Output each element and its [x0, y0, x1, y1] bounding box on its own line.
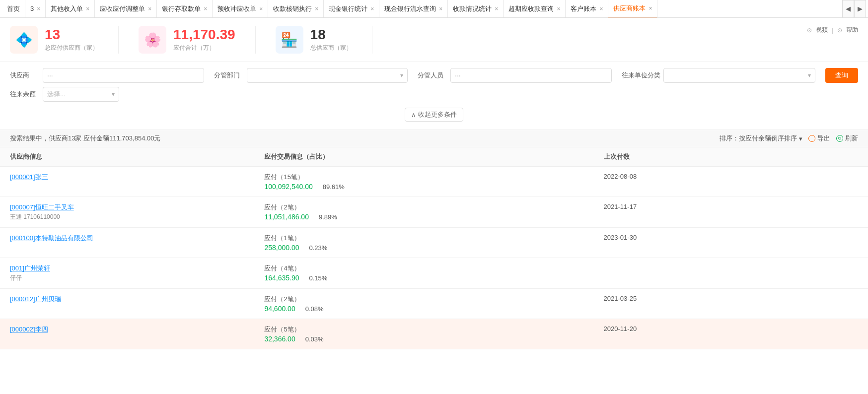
- supplier-link-5[interactable]: [000002]李四: [10, 325, 264, 334]
- nav-tab-home[interactable]: 首页: [2, 0, 25, 18]
- query-button[interactable]: 查询: [825, 68, 858, 83]
- tab-close-advance[interactable]: ×: [259, 5, 263, 12]
- main-content: 💠 13 总应付供应商（家） 🌸 11,170.39 应付合计（万） 🏪 18 …: [0, 18, 868, 394]
- trans-label-4: 应付（2笔）: [264, 295, 603, 304]
- trans-row-0: 100,092,540.00 89.61%: [264, 182, 603, 191]
- nav-tab-recstat[interactable]: 收款情况统计×: [448, 0, 504, 18]
- table-row[interactable]: [001]广州荣轩 仔仔 应付（4笔） 164,635.90 0.15%: [0, 258, 868, 289]
- stat-text-suppliers: 18 总供应商（家）: [310, 28, 352, 52]
- nav-tab-custbook[interactable]: 客户账本×: [566, 0, 608, 18]
- tab-close-supplierbook[interactable]: ×: [649, 5, 652, 12]
- trans-amount-0: 100,092,540.00: [264, 183, 312, 191]
- balance-select[interactable]: 选择... ▾: [43, 87, 119, 102]
- collapse-button[interactable]: ∧ 收起更多条件: [405, 108, 463, 122]
- supplier-info-3: [001]广州荣轩 仔仔: [10, 264, 264, 282]
- supplier-dots: ···: [47, 71, 53, 79]
- refresh-button[interactable]: ↻ 刷新: [836, 134, 858, 143]
- trans-amount-3: 164,635.90: [264, 274, 299, 282]
- trans-amount-5: 32,366.00: [264, 335, 295, 343]
- table-row[interactable]: [000100]本特勒油品有限公司 应付（1笔） 258,000.00 0.23…: [0, 228, 868, 258]
- supplier-info-5: [000002]李四: [10, 325, 264, 334]
- table-row[interactable]: [000001]张三 应付（15笔） 100,092,540.00 89.61%…: [0, 167, 868, 197]
- stats-bar: 💠 13 总应付供应商（家） 🌸 11,170.39 应付合计（万） 🏪 18 …: [0, 18, 868, 62]
- dept-label: 分管部门: [214, 71, 244, 80]
- lastpay-date-1: 2021-11-17: [604, 203, 637, 210]
- supplier-link-1[interactable]: [000007]恒旺二手叉车: [10, 203, 264, 212]
- nav-tab-adjust[interactable]: 应收应付调整单×: [95, 0, 157, 18]
- supplier-icon: 🏪: [276, 26, 303, 54]
- tab-close-tab3[interactable]: ×: [37, 5, 40, 12]
- stat-text-payable: 13 总应付供应商（家）: [45, 28, 98, 52]
- trans-pct-1: 9.89%: [319, 213, 337, 221]
- nav-tab-advance[interactable]: 预收冲应收单×: [213, 0, 268, 18]
- transaction-info-5: 应付（5笔） 32,366.00 0.03%: [264, 325, 603, 343]
- lastpay-date-0: 2022-08-08: [604, 173, 637, 180]
- trans-pct-4: 0.08%: [305, 305, 324, 313]
- filter-row-1: 供应商 ··· 分管部门 ▾ 分管人员 ··· 往来单位分类: [10, 68, 858, 83]
- category-chevron: ▾: [808, 72, 811, 79]
- supplier-label: 总供应商（家）: [310, 44, 352, 52]
- trans-row-3: 164,635.90 0.15%: [264, 273, 603, 282]
- person-select[interactable]: ···: [450, 68, 612, 83]
- transaction-info-0: 应付（15笔） 100,092,540.00 89.61%: [264, 173, 603, 191]
- table-row[interactable]: [000012]广州贝瑞 应付（2笔） 94,600.00 0.08% 2021…: [0, 289, 868, 319]
- category-select[interactable]: ▾: [663, 68, 816, 83]
- person-filter: 分管人员 ···: [418, 68, 612, 83]
- trans-pct-2: 0.23%: [309, 244, 327, 252]
- trans-pct-0: 89.61%: [323, 183, 345, 191]
- supplier-sub-3: 仔仔: [10, 274, 264, 282]
- tab-close-overdue[interactable]: ×: [557, 5, 560, 12]
- video-link[interactable]: 视频: [816, 26, 828, 34]
- transaction-info-2: 应付（1笔） 258,000.00 0.23%: [264, 234, 603, 252]
- supplier-link-3[interactable]: [001]广州荣轩: [10, 264, 264, 273]
- nav-tab-tab3[interactable]: 3×: [25, 0, 46, 18]
- tab-close-adjust[interactable]: ×: [148, 5, 151, 12]
- tab-close-income[interactable]: ×: [86, 5, 89, 12]
- help-link[interactable]: 帮助: [846, 26, 858, 34]
- top-navigation: 首页3×其他收入单×应收应付调整单×银行存取款单×预收冲应收单×收款核销执行×现…: [0, 0, 868, 18]
- trans-row-4: 94,600.00 0.08%: [264, 304, 603, 313]
- nav-tab-bank[interactable]: 银行存取款单×: [157, 0, 213, 18]
- nav-tab-cashflow[interactable]: 现金银行流水查询×: [379, 0, 448, 18]
- nav-tab-overdue[interactable]: 超期应收款查询×: [504, 0, 566, 18]
- table-row[interactable]: [000002]李四 应付（5笔） 32,366.00 0.03% 2020-1…: [0, 319, 868, 349]
- lastpay-0: 2022-08-08: [604, 173, 858, 180]
- nav-prev-arrow[interactable]: ◀: [842, 0, 854, 18]
- header-lastpay: 上次付数: [604, 152, 858, 161]
- nav-tab-verify[interactable]: 收款核销执行×: [268, 0, 324, 18]
- transaction-info-4: 应付（2笔） 94,600.00 0.08%: [264, 295, 603, 313]
- supplier-count: 18: [310, 28, 352, 42]
- tab-close-cashflow[interactable]: ×: [439, 5, 442, 12]
- export-button[interactable]: 导出: [808, 134, 830, 143]
- sort-selector[interactable]: 排序：按应付余额倒序排序 ▾: [720, 134, 802, 143]
- supplier-select[interactable]: ···: [43, 68, 204, 83]
- refresh-icon: ↻: [836, 135, 843, 142]
- tab-close-verify[interactable]: ×: [315, 5, 318, 12]
- payable-total-icon: 🌸: [139, 26, 166, 54]
- result-actions: 排序：按应付余额倒序排序 ▾ 导出 ↻ 刷新: [720, 134, 858, 143]
- tab-close-cashstat[interactable]: ×: [370, 5, 374, 12]
- nav-tab-income[interactable]: 其他收入单×: [46, 0, 95, 18]
- tab-close-custbook[interactable]: ×: [599, 5, 603, 12]
- balance-filter: 往来余额 选择... ▾: [10, 87, 119, 102]
- dept-select[interactable]: ▾: [247, 68, 408, 83]
- tab-close-bank[interactable]: ×: [204, 5, 207, 12]
- supplier-link-4[interactable]: [000012]广州贝瑞: [10, 295, 264, 304]
- trans-label-1: 应付（2笔）: [264, 203, 603, 212]
- tab-close-recstat[interactable]: ×: [495, 5, 498, 12]
- nav-tab-supplierbook[interactable]: 供应商账本×: [608, 0, 657, 18]
- nav-next-arrow[interactable]: ▶: [854, 0, 866, 18]
- payable-total-label: 应付合计（万）: [173, 44, 235, 52]
- header-transaction: 应付交易信息（占比）: [264, 152, 603, 161]
- supplier-info-2: [000100]本特勒油品有限公司: [10, 234, 264, 243]
- balance-placeholder: 选择...: [47, 90, 66, 99]
- category-label: 往来单位分类: [622, 71, 660, 80]
- lastpay-date-2: 2023-01-30: [604, 234, 637, 241]
- supplier-sub-1: 王通 17106110000: [10, 213, 264, 221]
- nav-tab-cashstat[interactable]: 现金银行统计×: [324, 0, 379, 18]
- filter-row-2: 往来余额 选择... ▾: [10, 87, 858, 102]
- table-row[interactable]: [000007]恒旺二手叉车 王通 17106110000 应付（2笔） 11,…: [0, 197, 868, 228]
- data-table: 供应商信息 应付交易信息（占比） 上次付数 [000001]张三 应付（15笔）…: [0, 147, 868, 349]
- supplier-link-0[interactable]: [000001]张三: [10, 173, 264, 182]
- supplier-link-2[interactable]: [000100]本特勒油品有限公司: [10, 234, 264, 243]
